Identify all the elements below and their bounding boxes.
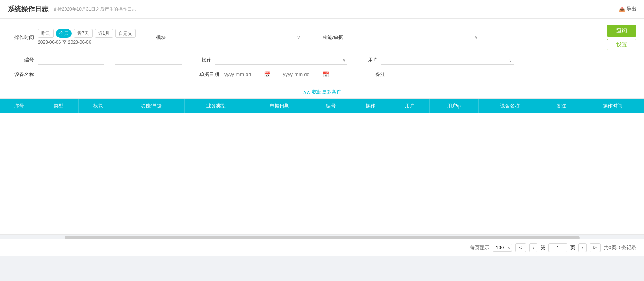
func-select[interactable] xyxy=(347,33,479,42)
col-func: 功能/单据 xyxy=(118,99,184,113)
user-select[interactable] xyxy=(381,56,514,65)
col-user-ip: 用户ip xyxy=(429,99,478,113)
action-buttons: 查询 设置 xyxy=(607,25,636,50)
device-label: 设备名称 xyxy=(8,71,38,78)
collapse-bar[interactable]: ∧∧ 收起更多条件 xyxy=(0,85,644,99)
collapse-icon: ∧∧ xyxy=(303,89,310,95)
page-input[interactable] xyxy=(548,243,567,252)
number-label: 编号 xyxy=(8,57,38,64)
export-button[interactable]: 📤 导出 xyxy=(619,6,636,12)
date-range-separator: — xyxy=(274,72,279,78)
page-header: 系统操作日志 支持2020年10月31日之后产生的操作日志 📤 导出 xyxy=(0,0,644,19)
query-button[interactable]: 查询 xyxy=(607,25,636,37)
number-to-input[interactable] xyxy=(115,56,182,65)
col-number: 编号 xyxy=(311,99,351,113)
col-seq: 序号 xyxy=(0,99,39,113)
export-label: 导出 xyxy=(627,6,636,12)
voucher-date-label: 单据日期 xyxy=(196,71,223,78)
table-header-row: 序号 类型 模块 功能/单据 业务类型 单据日期 编号 操作 用户 用户ip 设… xyxy=(0,99,644,113)
module-select[interactable] xyxy=(170,33,302,42)
scrollbar-thumb[interactable] xyxy=(65,236,580,239)
time-btn-yesterday[interactable]: 昨天 xyxy=(38,29,54,38)
filter-row-3: 设备名称 单据日期 📅 — 📅 备注 xyxy=(8,70,636,79)
time-filter: 昨天 今天 近7天 近1月 自定义 2023-06-06 至 2023-06-0… xyxy=(38,29,136,46)
col-type: 类型 xyxy=(39,99,78,113)
title-area: 系统操作日志 支持2020年10月31日之后产生的操作日志 xyxy=(8,5,136,14)
col-module: 模块 xyxy=(79,99,118,113)
col-remark: 备注 xyxy=(542,99,581,113)
module-label: 模块 xyxy=(151,34,170,41)
operation-select[interactable] xyxy=(215,56,347,65)
next-page-btn[interactable]: › xyxy=(578,243,587,252)
date-from-wrap: 📅 xyxy=(223,70,272,79)
settings-button[interactable]: 设置 xyxy=(607,39,636,50)
page-label: 第 xyxy=(541,244,545,251)
date-range: 📅 — 📅 xyxy=(223,70,355,79)
user-label: 用户 xyxy=(363,57,381,64)
table-container: 序号 类型 模块 功能/单据 业务类型 单据日期 编号 操作 用户 用户ip 设… xyxy=(0,99,644,234)
col-user: 用户 xyxy=(390,99,429,113)
time-buttons: 昨天 今天 近7天 近1月 自定义 xyxy=(38,29,136,38)
time-btn-7days[interactable]: 近7天 xyxy=(74,29,93,38)
pagination-bar: 每页显示 100 50 200 ⊲ ‹ 第 页 › ⊳ 共0页, 0条记录 xyxy=(0,239,644,256)
col-voucher-date: 单据日期 xyxy=(248,99,311,113)
filter-panel: 操作时间 昨天 今天 近7天 近1月 自定义 2023-06-06 至 2023… xyxy=(0,19,644,85)
per-page-wrap: 100 50 200 xyxy=(493,244,512,252)
col-biz-type: 业务类型 xyxy=(185,99,248,113)
per-page-label: 每页显示 xyxy=(470,244,490,251)
last-page-btn[interactable]: ⊳ xyxy=(590,243,601,252)
page-title: 系统操作日志 xyxy=(8,5,48,14)
empty-row xyxy=(0,113,644,234)
total-info: 共0页, 0条记录 xyxy=(604,244,636,251)
date-to-wrap: 📅 xyxy=(281,70,330,79)
export-icon: 📤 xyxy=(619,6,625,12)
number-range: — xyxy=(38,56,181,65)
time-label: 操作时间 xyxy=(8,34,38,41)
col-operation: 操作 xyxy=(351,99,390,113)
collapse-label: 收起更多条件 xyxy=(312,88,341,95)
filter-row-2: 编号 — 操作 用户 xyxy=(8,56,636,65)
remark-label: 备注 xyxy=(370,71,389,78)
col-op-time: 操作时间 xyxy=(581,99,644,113)
horizontal-scrollbar[interactable] xyxy=(0,234,644,239)
calendar-from-icon[interactable]: 📅 xyxy=(264,71,270,78)
prev-page-btn[interactable]: ‹ xyxy=(529,243,537,252)
empty-cell xyxy=(0,113,644,234)
time-btn-today[interactable]: 今天 xyxy=(56,29,72,38)
calendar-to-icon[interactable]: 📅 xyxy=(323,71,329,78)
time-btn-custom[interactable]: 自定义 xyxy=(115,29,136,38)
time-btn-1month[interactable]: 近1月 xyxy=(95,29,113,38)
table-header: 序号 类型 模块 功能/单据 业务类型 单据日期 编号 操作 用户 用户ip 设… xyxy=(0,99,644,113)
func-label: 功能/单据 xyxy=(317,34,347,41)
number-from-input[interactable] xyxy=(38,56,104,65)
number-separator: — xyxy=(107,57,112,63)
page-unit: 页 xyxy=(570,244,575,251)
page-subtitle: 支持2020年10月31日之后产生的操作日志 xyxy=(53,6,136,12)
empty-area xyxy=(3,117,641,230)
first-page-btn[interactable]: ⊲ xyxy=(515,243,526,252)
remark-input[interactable] xyxy=(389,70,521,79)
data-table: 序号 类型 模块 功能/单据 业务类型 单据日期 编号 操作 用户 用户ip 设… xyxy=(0,99,644,234)
device-input[interactable] xyxy=(38,70,181,79)
per-page-select[interactable]: 100 50 200 xyxy=(493,244,512,252)
table-body xyxy=(0,113,644,234)
filter-row-1: 操作时间 昨天 今天 近7天 近1月 自定义 2023-06-06 至 2023… xyxy=(8,25,636,50)
time-range-display: 2023-06-06 至 2023-06-06 xyxy=(38,39,136,46)
operation-label: 操作 xyxy=(196,57,215,64)
col-device: 设备名称 xyxy=(478,99,542,113)
